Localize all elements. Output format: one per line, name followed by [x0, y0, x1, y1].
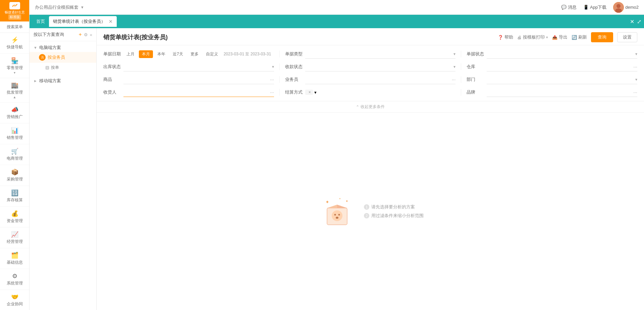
sidebar-item-system[interactable]: ⚙ 系统管理: [0, 269, 29, 290]
salesman-ellipsis: ···: [452, 77, 456, 82]
app-download-label: App下载: [590, 4, 606, 10]
date-btn-7days[interactable]: 近7天: [170, 50, 186, 58]
system-label: 系统管理: [7, 280, 23, 286]
sidebar-item-retail[interactable]: 🏪 零售管理 ▾: [0, 54, 29, 78]
sidebar-item-marketing[interactable]: 📣 营销推广: [0, 103, 29, 123]
pay-select[interactable]: ▾: [305, 62, 456, 71]
settings-btn[interactable]: 设置: [617, 32, 637, 42]
divider-3: [279, 63, 280, 70]
group-desktop-toggle[interactable]: ▼: [34, 46, 37, 50]
sidebar-item-base[interactable]: 🗂️ 基础信息: [0, 248, 29, 269]
page-title: 销货单统计表(按业务员): [103, 33, 168, 41]
pay-control: ▾: [305, 62, 456, 71]
export-btn[interactable]: 📤 导出: [552, 34, 568, 40]
salesman-control: ···: [305, 75, 456, 84]
ecommerce-icon: 🛒: [11, 148, 18, 155]
help-btn[interactable]: ❓ 帮助: [498, 34, 513, 40]
receiver-input[interactable]: ···: [123, 88, 274, 97]
sidebar-item-finance[interactable]: 💰 资金管理: [0, 207, 29, 227]
sidebar-item-ecommerce[interactable]: 🛒 电商管理: [0, 144, 29, 165]
breadcrumb: 办公用品行业模拟账套 ▾: [35, 4, 84, 10]
ship-select[interactable]: ▾: [123, 62, 274, 71]
divider-2: [461, 51, 461, 57]
collapse-conditions-btn[interactable]: ⌃ 收起更多条件: [352, 103, 389, 110]
group-mobile-toggle[interactable]: ►: [34, 79, 37, 83]
divider-5: [279, 76, 280, 83]
status-select[interactable]: ▾: [487, 49, 637, 59]
sidebar-item-enterprise[interactable]: 🤝 企业协同: [0, 290, 29, 310]
message-btn[interactable]: 💬 消息: [561, 4, 577, 10]
svg-point-11: [334, 214, 336, 216]
payment-tag-close[interactable]: ×: [309, 90, 311, 95]
user-section[interactable]: demo2: [613, 2, 639, 13]
message-label: 消息: [568, 4, 577, 10]
date-btn-more[interactable]: 更多: [187, 50, 202, 58]
app-download-btn[interactable]: 📱 App下载: [583, 4, 606, 10]
sidebar-item-wholesale[interactable]: 🏬 批发管理 ▲: [0, 78, 29, 103]
tab-home[interactable]: 首页: [32, 16, 49, 27]
tab-close-icon[interactable]: ✕: [109, 19, 113, 24]
pay-label: 收款状态: [285, 64, 303, 70]
filter-brand: 品牌 ···: [467, 88, 637, 97]
date-btn-this-month[interactable]: 本月: [139, 50, 153, 58]
inventory-label: 库存核算: [7, 197, 23, 203]
scheme-by-order[interactable]: 按单: [30, 63, 96, 72]
status-chevron: ▾: [635, 52, 637, 56]
page-header: 销货单统计表(按业务员) ❓ 帮助 🖨 按模板打印 ▾ 📤 导出: [97, 28, 644, 45]
sidebar-item-purchase[interactable]: 📦 采购管理: [0, 165, 29, 186]
finance-icon: 💰: [11, 210, 18, 217]
main-area: 办公用品行业模拟账套 ▾ 💬 消息 📱 App下载 de: [30, 0, 644, 310]
type-select[interactable]: ▾: [305, 49, 456, 59]
goods-select[interactable]: ···: [123, 75, 274, 84]
retail-arrow: ▾: [14, 71, 15, 74]
date-btn-custom[interactable]: 自定义: [203, 50, 221, 58]
add-scheme-btn[interactable]: +: [78, 32, 82, 38]
left-panel-group-mobile: ► 移动端方案: [30, 74, 96, 87]
sidebar-search-section[interactable]: 搜索菜单: [0, 21, 29, 33]
group-desktop-label: 电脑端方案: [39, 45, 61, 51]
logo-tag: 标准版: [8, 14, 21, 20]
date-btn-this-year[interactable]: 本年: [154, 50, 168, 58]
sidebar-item-inventory[interactable]: 🔢 库存核算: [0, 186, 29, 207]
dept-select[interactable]: ▾: [487, 75, 637, 84]
right-content: 销货单统计表(按业务员) ❓ 帮助 🖨 按模板打印 ▾ 📤 导出: [97, 28, 644, 310]
inventory-icon: 🔢: [11, 189, 18, 197]
logo-text: 畅捷通好生意: [5, 10, 25, 14]
refresh-btn[interactable]: 🔄 刷新: [572, 34, 587, 40]
empty-content: ✦ ✦ ✦ 请先选择要分析的方案 用过滤条件来缩小分析范围: [317, 191, 424, 231]
date-range-text: 2023-03-01 至 2023-03-31: [224, 51, 271, 57]
warehouse-select[interactable]: ···: [487, 62, 637, 71]
tab-close-all-icon[interactable]: ✕: [630, 18, 634, 25]
user-avatar: [613, 2, 624, 13]
scheme-by-salesman-icon: 员: [39, 54, 46, 61]
svg-text:✦: ✦: [345, 199, 348, 203]
settings-scheme-btn[interactable]: ⚙: [84, 32, 88, 37]
collapse-panel-btn[interactable]: «: [90, 32, 92, 37]
sidebar-item-shortcuts[interactable]: ⚡ 快捷导航: [0, 33, 29, 54]
template-print-btn[interactable]: 🖨 按模板打印 ▾: [517, 34, 548, 40]
brand-select[interactable]: ···: [487, 88, 637, 97]
tab-sales-stat[interactable]: 销货单统计表（按业务员） ✕: [49, 16, 117, 27]
tab-restore-icon[interactable]: ⤢: [637, 18, 641, 25]
empty-area: ✦ ✦ ✦ 请先选择要分析的方案 用过滤条件来缩小分析范围: [97, 113, 644, 310]
salesman-select[interactable]: ···: [305, 75, 456, 84]
sidebar-item-ops[interactable]: 📈 经营管理: [0, 227, 29, 248]
divider-4: [461, 63, 461, 70]
sidebar-item-sales[interactable]: 📊 销售管理: [0, 123, 29, 144]
breadcrumb-dropdown-icon[interactable]: ▾: [81, 5, 84, 10]
query-btn[interactable]: 查询: [591, 32, 613, 42]
tab-home-label: 首页: [36, 18, 45, 24]
template-print-label: 按模板打印: [523, 34, 545, 40]
receiver-ellipsis: ···: [270, 90, 274, 95]
ship-chevron: ▾: [272, 64, 274, 69]
svg-point-12: [338, 214, 340, 216]
warehouse-control: ···: [487, 62, 637, 71]
brand-control: ···: [487, 88, 637, 97]
tab-bar-actions: ✕ ⤢: [630, 18, 641, 25]
goods-control: ···: [123, 75, 274, 84]
date-filter: 上月 本月 本年 近7天 更多 自定义 2023-03-01 至 2023-03…: [123, 50, 274, 58]
date-btn-last-month[interactable]: 上月: [123, 50, 138, 58]
empty-icon: ✦ ✦ ✦: [317, 191, 357, 231]
payment-tag: ×: [305, 90, 313, 95]
scheme-by-salesman[interactable]: 员 按业务员: [30, 52, 96, 63]
